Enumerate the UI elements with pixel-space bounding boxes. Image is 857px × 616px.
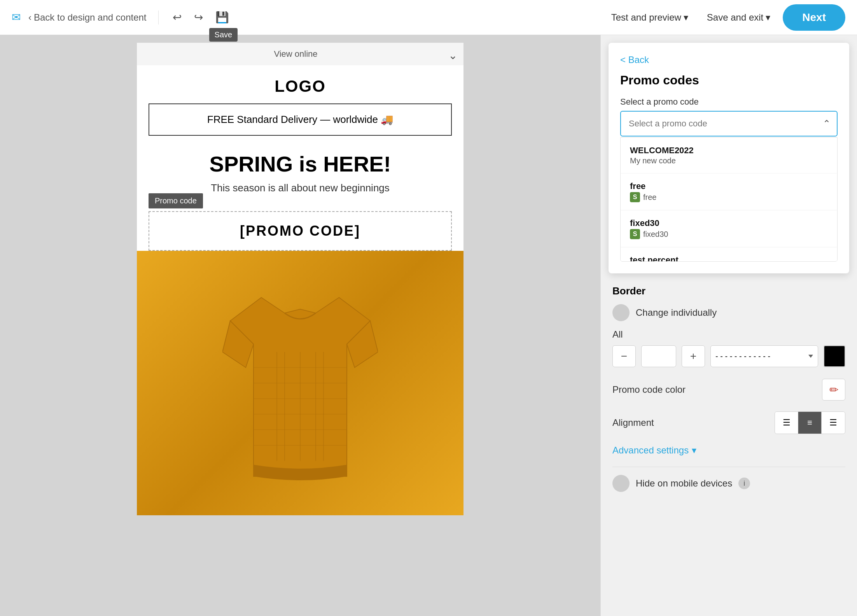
pencil-icon: ✏	[829, 383, 838, 396]
border-minus-button[interactable]: −	[612, 345, 636, 367]
promo-code-box[interactable]: [PROMO CODE]	[149, 211, 452, 251]
select-label: Select a promo code	[620, 97, 838, 107]
sweater-image	[137, 251, 463, 515]
email-logo: LOGO	[137, 65, 463, 103]
border-section-label: Border	[612, 285, 845, 297]
promo-dropdown-list: WELCOME2022 My new code free S free fixe…	[620, 137, 838, 262]
shopify-code-name: fixed30	[643, 230, 668, 239]
test-preview-label: Test and preview	[611, 12, 681, 23]
border-style-select[interactable]: - - - - - - - - - - - - ———————— · · · ·…	[710, 345, 818, 367]
spring-title: SPRING is HERE!	[149, 151, 452, 177]
panel-title: Promo codes	[620, 73, 838, 88]
shopify-badge: S	[630, 229, 640, 239]
email-container: View online ⌄ LOGO FREE Standard Deliver…	[137, 43, 463, 515]
email-preview-area: View online ⌄ LOGO FREE Standard Deliver…	[0, 35, 600, 616]
all-label: All	[612, 329, 845, 340]
alignment-buttons: ☰ ≡ ☰	[775, 411, 845, 434]
promo-item-fixed30[interactable]: fixed30 S fixed30	[621, 210, 837, 247]
promo-item-name: WELCOME2022	[630, 145, 828, 156]
panel-back-link[interactable]: < Back	[620, 54, 838, 65]
divider	[612, 467, 845, 467]
promo-color-label: Promo code color	[612, 384, 686, 395]
test-preview-button[interactable]: Test and preview ▾	[605, 9, 694, 26]
settings-section: Border Change individually All − + - - -…	[601, 273, 857, 504]
redo-button[interactable]: ↪	[192, 9, 205, 26]
save-exit-button[interactable]: Save and exit ▾	[701, 9, 777, 26]
delivery-banner: FREE Standard Delivery — worldwide 🚚	[149, 103, 452, 136]
save-icon-button[interactable]: 💾 Save	[213, 9, 231, 26]
nav-divider	[158, 10, 159, 24]
info-icon[interactable]: i	[738, 478, 750, 489]
align-center-button[interactable]: ≡	[798, 412, 822, 434]
shopify-badge: S	[630, 192, 640, 202]
promo-item-welcome2022[interactable]: WELCOME2022 My new code	[621, 138, 837, 173]
topnav-right: Test and preview ▾ Save and exit ▾ Next	[605, 4, 845, 31]
shopify-code-name: free	[643, 193, 656, 202]
right-panel: < Back Promo codes Select a promo code ⌃…	[600, 35, 857, 616]
promo-item-shopify: S free	[630, 192, 828, 202]
next-button[interactable]: Next	[783, 4, 845, 31]
hide-mobile-toggle[interactable]	[612, 475, 630, 492]
border-color-swatch[interactable]	[824, 345, 845, 367]
save-tooltip: Save	[209, 28, 238, 42]
border-value-input[interactable]	[641, 345, 676, 367]
border-plus-button[interactable]: +	[682, 345, 705, 367]
alignment-row: Alignment ☰ ≡ ☰	[612, 411, 845, 434]
promo-item-name: fixed30	[630, 218, 828, 228]
alignment-label: Alignment	[612, 417, 654, 428]
view-online-text: View online	[274, 49, 317, 59]
topnav-left: ✉ ‹ Back to design and content ↩ ↪ 💾 Sav…	[12, 9, 231, 26]
promo-color-swatch[interactable]: ✏	[822, 379, 845, 401]
align-right-button[interactable]: ☰	[822, 412, 845, 434]
back-to-design-label: Back to design and content	[34, 12, 147, 23]
back-to-design-link[interactable]: ‹ Back to design and content	[28, 12, 147, 23]
promo-item-testpercent[interactable]: test percent S test percent	[621, 247, 837, 262]
advanced-settings-arrow: ▾	[692, 445, 696, 456]
hide-mobile-row: Hide on mobile devices i	[612, 475, 845, 492]
promo-code-badge: Promo code	[149, 193, 203, 208]
promo-select-input[interactable]	[621, 112, 837, 136]
change-individually-toggle[interactable]	[612, 304, 630, 321]
topnav: ✉ ‹ Back to design and content ↩ ↪ 💾 Sav…	[0, 0, 857, 35]
promo-item-desc: My new code	[630, 156, 828, 165]
change-individually-label: Change individually	[636, 307, 717, 318]
promo-item-free[interactable]: free S free	[621, 173, 837, 210]
undo-button[interactable]: ↩	[170, 9, 184, 26]
promo-panel: < Back Promo codes Select a promo code ⌃…	[609, 43, 849, 273]
advanced-settings-link[interactable]: Advanced settings ▾	[612, 445, 845, 456]
test-preview-arrow: ▾	[684, 12, 688, 23]
border-controls: − + - - - - - - - - - - - - ———————— · ·…	[612, 345, 845, 367]
promo-item-name: free	[630, 181, 828, 191]
chevron-left-icon: ‹	[28, 12, 31, 23]
promo-item-shopify: S fixed30	[630, 229, 828, 239]
spring-subtitle: This season is all about new beginnings	[149, 182, 452, 194]
change-individually-row: Change individually	[612, 304, 845, 321]
spring-section: SPRING is HERE! This season is all about…	[137, 136, 463, 211]
align-left-button[interactable]: ☰	[775, 412, 798, 434]
promo-color-row: Promo code color ✏	[612, 379, 845, 401]
view-online-bar[interactable]: View online ⌄	[137, 43, 463, 65]
promo-code-text: [PROMO CODE]	[160, 223, 440, 239]
dropdown-chevron-icon: ⌄	[448, 49, 457, 62]
email-icon: ✉	[12, 11, 21, 24]
promo-select-wrapper[interactable]: ⌃	[620, 111, 838, 136]
sweater-svg	[222, 274, 378, 492]
promo-item-name: test percent	[630, 255, 828, 262]
advanced-settings-label: Advanced settings	[612, 445, 689, 456]
main-layout: View online ⌄ LOGO FREE Standard Deliver…	[0, 35, 857, 616]
hide-mobile-label: Hide on mobile devices	[636, 478, 732, 489]
save-exit-arrow: ▾	[766, 12, 770, 23]
save-exit-label: Save and exit	[707, 12, 763, 23]
